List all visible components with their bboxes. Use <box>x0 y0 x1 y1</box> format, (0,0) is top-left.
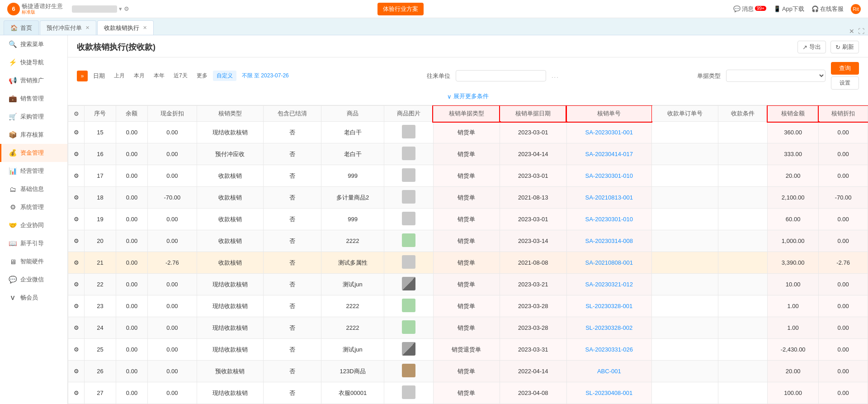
table-row: ⚙260.000.00预收款核销否123D商品销货单2022-04-14ABC-… <box>68 361 868 382</box>
table-cell[interactable]: ABC-001 <box>566 361 651 382</box>
bill-no-link[interactable]: ABC-001 <box>597 368 621 375</box>
bill-no-link[interactable]: SA-20230301-001 <box>585 129 633 136</box>
message-btn[interactable]: 💬 消息 99+ <box>733 5 766 13</box>
table-cell[interactable]: ⚙ <box>68 317 85 339</box>
tab-receipt-cancel[interactable]: 收款核销执行 ✕ <box>97 20 154 35</box>
bill-no-link[interactable]: SA-20210808-001 <box>585 259 633 266</box>
table-cell[interactable]: ⚙ <box>68 187 85 209</box>
maximize-btn[interactable]: ⛶ <box>858 28 864 35</box>
sidebar-item-system[interactable]: ⚙ 系统管理 <box>0 198 67 216</box>
counterpart-label: 往来单位 <box>427 72 450 80</box>
data-table: ⚙ 序号 余额 现金折扣 核销类型 包含已结清 商品 商品图片 核销单据类型 核… <box>68 105 868 404</box>
bill-no-link[interactable]: SA-20230314-008 <box>585 238 633 244</box>
table-cell[interactable]: SA-20230331-026 <box>566 339 651 361</box>
bill-no-link[interactable]: SL-20230328-001 <box>585 303 632 309</box>
table-cell[interactable]: ⚙ <box>68 274 85 295</box>
sidebar-item-purchase[interactable]: 🛒 采购管理 <box>0 108 67 126</box>
table-row: ⚙170.000.00收款核销否999销货单2023-03-01SA-20230… <box>68 165 868 187</box>
table-cell: 999 <box>321 165 384 187</box>
table-cell[interactable]: SA-20230314-008 <box>566 230 651 252</box>
cur-month-btn[interactable]: 本月 <box>130 71 148 81</box>
table-cell[interactable]: ⚙ <box>68 252 85 274</box>
company-selector[interactable]: ▾ ⚙ <box>72 5 374 13</box>
query-button[interactable]: 查询 <box>831 62 859 75</box>
filter-collapse-btn[interactable]: » <box>77 71 88 81</box>
tab-receipt-cancel-close[interactable]: ✕ <box>143 25 147 31</box>
table-cell[interactable]: ⚙ <box>68 339 85 361</box>
sidebar-item-hardware[interactable]: 🖥 智能硬件 <box>0 252 67 271</box>
table-cell[interactable]: SA-20230301-001 <box>566 122 651 143</box>
table-cell[interactable]: ⚙ <box>68 295 85 317</box>
bill-no-link[interactable]: SL-20230328-002 <box>585 324 632 331</box>
table-cell[interactable]: ⚙ <box>68 230 85 252</box>
seven-days-btn[interactable]: 近7天 <box>170 71 191 81</box>
bill-no-link[interactable]: SA-20230301-010 <box>585 216 633 223</box>
prev-month-btn[interactable]: 上月 <box>110 71 128 81</box>
sidebar-item-wechat[interactable]: 💬 企业微信 <box>0 271 67 289</box>
app-download-btn[interactable]: 📱 App下载 <box>774 5 804 13</box>
table-cell: 销货单 <box>433 361 500 382</box>
col-gear[interactable]: ⚙ <box>68 106 85 122</box>
tab-prepay[interactable]: 预付冲应付单 ✕ <box>40 20 96 35</box>
table-cell[interactable]: ⚙ <box>68 165 85 187</box>
table-row: ⚙240.000.00现结收款核销否2222销货单2023-03-28SL-20… <box>68 317 868 339</box>
table-cell[interactable]: SA-20210808-001 <box>566 252 651 274</box>
bill-no-link[interactable]: SA-20230331-026 <box>585 346 633 353</box>
table-cell: 销货单 <box>433 252 500 274</box>
sidebar-item-member[interactable]: V 畅会员 <box>0 289 67 307</box>
trial-btn[interactable]: 体验行业方案 <box>377 3 424 15</box>
table-cell[interactable]: ⚙ <box>68 361 85 382</box>
table-cell: 2022-04-14 <box>500 361 566 382</box>
counterpart-input[interactable] <box>456 70 546 81</box>
export-button[interactable]: ↗ 导出 <box>797 41 826 53</box>
table-cell: 0.00 <box>147 230 197 252</box>
table-cell[interactable]: SA-20230414-017 <box>566 143 651 165</box>
table-cell[interactable]: ⚙ <box>68 382 85 404</box>
table-cell: 25 <box>85 339 116 361</box>
cur-year-btn[interactable]: 本年 <box>150 71 168 81</box>
table-cell[interactable]: SL-20230408-001 <box>566 382 651 404</box>
setting-button[interactable]: 设置 <box>831 76 859 90</box>
table-cell[interactable]: SL-20230328-001 <box>566 295 651 317</box>
bill-no-link[interactable]: SA-20210813-001 <box>585 194 633 201</box>
tab-prepay-close[interactable]: ✕ <box>85 25 90 31</box>
sidebar-item-marketing[interactable]: 📢 营销推广 <box>0 71 67 90</box>
table-cell[interactable]: ⚙ <box>68 209 85 230</box>
bill-no-link[interactable]: SA-20230301-010 <box>585 172 633 179</box>
sidebar-item-search[interactable]: 🔍 搜索菜单 <box>0 35 67 53</box>
table-cell[interactable]: SA-20230301-010 <box>566 165 651 187</box>
custom-date-btn[interactable]: 自定义 <box>213 71 236 81</box>
table-cell[interactable]: SA-20210813-001 <box>566 187 651 209</box>
receipt-type-select[interactable] <box>726 70 826 82</box>
sidebar-item-finance[interactable]: 💰 资金管理 <box>0 144 67 162</box>
tab-home[interactable]: 🏠 首页 <box>4 20 39 35</box>
date-quick-btns: 上月 本月 本年 近7天 更多 自定义 <box>110 71 236 81</box>
bill-no-link[interactable]: SA-20230321-012 <box>585 281 633 288</box>
refresh-button[interactable]: ↻ 刷新 <box>830 41 859 53</box>
goods-image-cell <box>384 295 434 317</box>
more-date-btn[interactable]: 更多 <box>193 71 211 81</box>
sidebar-item-guide[interactable]: 📖 新手引导 <box>0 234 67 252</box>
gear-icon[interactable]: ⚙ <box>124 5 129 12</box>
expand-more-btn[interactable]: ∨ 展开更多条件 <box>447 92 489 100</box>
user-avatar[interactable]: Rit <box>851 4 861 14</box>
sidebar-item-collab[interactable]: 🤝 企业协同 <box>0 216 67 234</box>
close-window-btn[interactable]: ✕ <box>849 28 854 35</box>
chevron-down-icon[interactable]: ▾ <box>119 5 122 12</box>
table-cell: 现结收款核销 <box>197 122 263 143</box>
table-cell[interactable]: ⚙ <box>68 143 85 165</box>
table-cell[interactable]: SA-20230301-010 <box>566 209 651 230</box>
table-cell <box>651 339 718 361</box>
bill-no-link[interactable]: SL-20230408-001 <box>585 390 632 396</box>
sidebar-item-basicinfo[interactable]: 🗂 基础信息 <box>0 180 67 198</box>
online-service-btn[interactable]: 🎧 在线客服 <box>811 5 844 13</box>
sidebar-item-quicknav[interactable]: ⚡ 快捷导航 <box>0 53 67 71</box>
table-cell[interactable]: ⚙ <box>68 122 85 143</box>
bill-no-link[interactable]: SA-20230414-017 <box>585 151 633 157</box>
sidebar-item-inventory[interactable]: 📦 库存核算 <box>0 126 67 144</box>
sidebar-item-sales[interactable]: 💼 销售管理 <box>0 90 67 108</box>
table-cell[interactable]: SL-20230328-002 <box>566 317 651 339</box>
table-cell: 收款核销 <box>197 187 263 209</box>
table-cell[interactable]: SA-20230321-012 <box>566 274 651 295</box>
sidebar-item-management[interactable]: 📊 经营管理 <box>0 162 67 180</box>
